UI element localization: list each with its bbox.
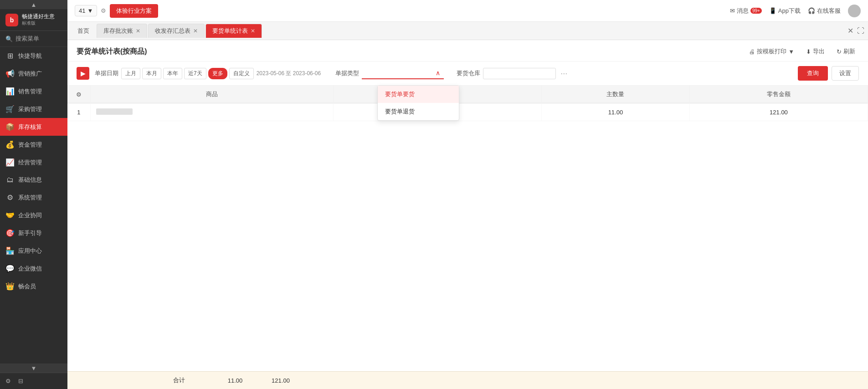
footer-label: 合计 [73, 376, 185, 384]
warehouse-input[interactable] [483, 68, 556, 79]
tab-close-all-icon[interactable]: ✕ [847, 26, 853, 35]
date-prev-month-btn[interactable]: 上月 [121, 68, 140, 79]
sidebar-item-label: 新手引导 [18, 229, 42, 237]
toggle-sidebar-icon[interactable]: ⊟ [18, 378, 23, 384]
page-header: 要货单统计表(按商品) 🖨 按模板打印 ▼ ⬇ 导出 ↻ 刷新 [67, 40, 868, 61]
date-custom-btn[interactable]: 自定义 [229, 68, 254, 79]
store-name: 41 [79, 7, 85, 14]
sidebar-item-purchase[interactable]: 🛒 采购管理 [0, 100, 67, 118]
sidebar-item-label: 经营管理 [18, 159, 42, 167]
sidebar-item-newbie[interactable]: 🎯 新手引导 [0, 224, 67, 242]
tabs-bar: 首页 库存批次账 ✕ 收发存汇总表 ✕ 要货单统计表 ✕ ✕ ⛶ [67, 22, 868, 40]
topbar-right: ✉ 消息 99+ 📱 App下载 🎧 在线客服 [730, 5, 861, 17]
sidebar-item-label: 系统管理 [18, 194, 42, 202]
date-this-month-btn[interactable]: 本月 [142, 68, 161, 79]
settings-icon[interactable]: ⚙ [5, 378, 11, 384]
online-service-button[interactable]: 🎧 在线客服 [808, 7, 841, 15]
sidebar-item-sales[interactable]: 📊 销售管理 [0, 82, 67, 100]
base-icon: 🗂 [5, 176, 15, 184]
sidebar-search[interactable]: 🔍 搜索菜单 [0, 31, 67, 47]
quick-nav-icon: ⊞ [5, 51, 15, 60]
app-title: 畅捷通好生意 [22, 13, 55, 20]
sidebar-item-label: 库存核算 [18, 123, 42, 131]
setting-button[interactable]: 设置 [832, 66, 859, 81]
type-select[interactable]: ∧ [362, 67, 444, 79]
sidebar-item-label: 应用中心 [18, 247, 42, 255]
store-selector[interactable]: 41 ▼ [75, 5, 97, 16]
sidebar-item-enterprise[interactable]: 🤝 企业协同 [0, 206, 67, 224]
data-table: ⚙ 商品 主计量单位 主数量 零售金额 1 块 11.00 [67, 86, 868, 121]
sidebar-item-appstore[interactable]: 🏪 应用中心 [0, 242, 67, 260]
page-header-actions: 🖨 按模板打印 ▼ ⬇ 导出 ↻ 刷新 [745, 46, 859, 57]
type-label: 单据类型 [335, 69, 359, 77]
sidebar-item-label: 销售管理 [18, 87, 42, 96]
sidebar-item-label: 营销推广 [18, 70, 42, 78]
tab-home[interactable]: 首页 [71, 24, 96, 38]
date-this-year-btn[interactable]: 本年 [163, 68, 182, 79]
export-button[interactable]: ⬇ 导出 [802, 46, 828, 57]
user-avatar[interactable] [848, 5, 861, 17]
settings-gear-icon[interactable]: ⚙ [101, 7, 106, 14]
purchase-icon: 🛒 [5, 105, 15, 113]
page-content: 要货单统计表(按商品) 🖨 按模板打印 ▼ ⬇ 导出 ↻ 刷新 ▶ [67, 40, 868, 389]
sidebar-item-base[interactable]: 🗂 基础信息 [0, 171, 67, 189]
marketing-icon: 📢 [5, 69, 15, 78]
tab-order-stats-close[interactable]: ✕ [251, 28, 255, 34]
message-badge: 99+ [750, 8, 762, 14]
sidebar-item-wechat[interactable]: 💬 企业微信 [0, 260, 67, 277]
appstore-icon: 🏪 [5, 246, 15, 255]
print-button[interactable]: 🖨 按模板打印 ▼ [745, 46, 798, 57]
table-header-row: ⚙ 商品 主计量单位 主数量 零售金额 [67, 86, 868, 103]
date-more-btn[interactable]: 更多 [208, 68, 227, 79]
app-icon: 📱 [769, 7, 776, 14]
tab-expand-icon[interactable]: ⛶ [857, 27, 864, 35]
dropdown-item-order-goods[interactable]: 要货单要货 [378, 86, 459, 103]
tab-order-stats[interactable]: 要货单统计表 ✕ [205, 24, 262, 38]
sidebar-item-marketing[interactable]: 📢 营销推广 [0, 65, 67, 82]
tab-recv-summary[interactable]: 收发存汇总表 ✕ [148, 24, 205, 38]
table-row: 1 块 11.00 121.00 [67, 103, 868, 121]
cell-quantity: 11.00 [541, 103, 689, 121]
enterprise-icon: 🤝 [5, 211, 15, 220]
sidebar-scroll-down[interactable]: ▼ [0, 363, 67, 373]
sidebar-item-inventory[interactable]: 📦 库存核算 [0, 118, 67, 136]
industry-plan-button[interactable]: 体验行业方案 [110, 4, 158, 18]
filter-expand-button[interactable]: ▶ [77, 67, 89, 80]
print-icon: 🖨 [749, 48, 755, 55]
sidebar-item-label: 企业微信 [18, 265, 42, 273]
warehouse-more-icon[interactable]: ··· [560, 69, 567, 78]
tab-inventory-batch[interactable]: 库存批次账 ✕ [97, 24, 147, 38]
export-icon: ⬇ [806, 48, 811, 55]
sidebar: ▲ b 畅捷通好生意 标准版 🔍 搜索菜单 ⊞ 快捷导航 📢 营销推广 📊 销售… [0, 0, 67, 389]
query-button[interactable]: 查询 [798, 66, 828, 81]
col-settings-icon[interactable]: ⚙ [67, 86, 90, 103]
sidebar-item-finance[interactable]: 💰 资金管理 [0, 136, 67, 154]
tab-recv-summary-close[interactable]: ✕ [193, 28, 198, 34]
sidebar-bottom: ⚙ ⊟ [0, 373, 67, 389]
sidebar-item-system[interactable]: ⚙ 系统管理 [0, 189, 67, 206]
tab-home-label: 首页 [77, 27, 89, 35]
dropdown-item-order-return[interactable]: 要货单退货 [378, 103, 459, 120]
cell-amount: 121.00 [689, 103, 868, 121]
message-icon: ✉ [730, 7, 735, 14]
filter-bar: ▶ 单据日期 上月 本月 本年 近7天 更多 自定义 2023-05-06 至 … [67, 61, 868, 86]
refresh-icon: ↻ [837, 48, 842, 55]
filter-actions: 查询 设置 [798, 66, 859, 81]
sidebar-item-label: 基础信息 [18, 176, 42, 184]
sidebar-scroll-up[interactable]: ▲ [0, 0, 67, 9]
app-download-button[interactable]: 📱 App下载 [769, 7, 801, 15]
print-dropdown-icon: ▼ [788, 48, 794, 55]
operation-icon: 📈 [5, 158, 15, 167]
warehouse-filter-group: 要货仓库 ··· [457, 68, 567, 79]
message-button[interactable]: ✉ 消息 99+ [730, 7, 762, 15]
sidebar-item-member[interactable]: 👑 畅会员 [0, 277, 67, 295]
topbar-left: 41 ▼ ⚙ 体验行业方案 [75, 4, 724, 18]
date-7days-btn[interactable]: 近7天 [184, 68, 206, 79]
sidebar-item-label: 资金管理 [18, 141, 42, 149]
tab-inventory-batch-close[interactable]: ✕ [136, 28, 140, 34]
tabs-actions: ✕ ⛶ [847, 26, 864, 35]
sidebar-item-quick-nav[interactable]: ⊞ 快捷导航 [0, 47, 67, 65]
table-wrapper: ⚙ 商品 主计量单位 主数量 零售金额 1 块 11.00 [67, 86, 868, 371]
refresh-button[interactable]: ↻ 刷新 [833, 46, 859, 57]
sidebar-item-operation[interactable]: 📈 经营管理 [0, 154, 67, 171]
